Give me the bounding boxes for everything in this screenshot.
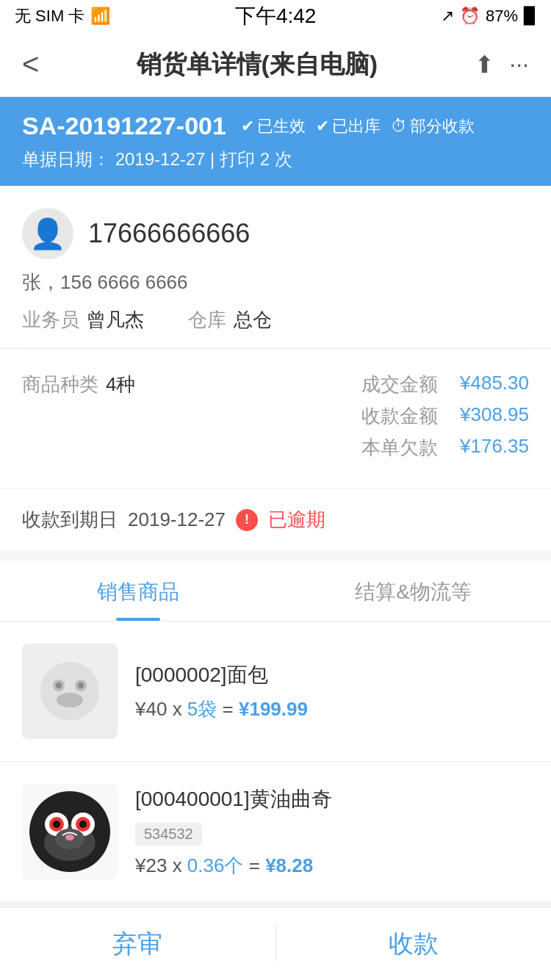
wifi-icon: 📶 (90, 7, 110, 26)
svg-point-4 (78, 682, 84, 688)
transaction-row: 成交金额 ¥485.30 (361, 372, 529, 397)
confirm-button[interactable]: 收款 (276, 907, 552, 980)
product-info-1: [0000002]面包 ¥40 x 5袋 = ¥199.99 (135, 661, 529, 722)
status-time: 下午4:42 (235, 2, 317, 30)
product-tag-2: 534532 (135, 823, 202, 846)
nav-icons: ⬆ ··· (475, 51, 529, 79)
product-name-1: [0000002]面包 (135, 661, 529, 689)
received-amount: ¥308.95 (460, 403, 529, 429)
customer-name: 张，156 6666 6666 (22, 270, 529, 295)
product-qty-1: 5袋 (187, 698, 217, 720)
clock-icon: ⏱ (391, 117, 407, 136)
check-icon-2: ✔ (316, 117, 329, 136)
due-label: 收款到期日 (22, 507, 118, 533)
customer-meta: 业务员 曾凡杰 仓库 总仓 (22, 307, 529, 333)
status-left: 无 SIM 卡 📶 (15, 5, 110, 27)
back-button[interactable]: < (22, 48, 39, 81)
date-value: 2019-12-27 (115, 149, 206, 169)
warehouse-label: 仓库 (188, 307, 226, 333)
due-section: 收款到期日 2019-12-27 ! 已逾期 (0, 489, 551, 550)
due-date: 2019-12-27 (128, 508, 226, 531)
svg-point-3 (56, 682, 62, 688)
badge-partial: ⏱ 部分收款 (391, 115, 475, 137)
nav-bar: < 销货单详情(来自电脑) ⬆ ··· (0, 32, 551, 97)
status-bar: 无 SIM 卡 📶 下午4:42 ↗ ⏰ 87% ▉ (0, 0, 551, 32)
warehouse-meta: 仓库 总仓 (188, 307, 272, 333)
svg-point-0 (40, 662, 99, 721)
tab-settlement[interactable]: 结算&物流等 (276, 561, 551, 621)
summary-types: 商品种类 4种 (22, 372, 135, 397)
product-name-2: [000400001]黄油曲奇 (135, 785, 529, 813)
page-title: 销货单详情(来自电脑) (137, 48, 378, 82)
sim-status: 无 SIM 卡 (15, 5, 84, 27)
types-count: 4种 (106, 372, 135, 397)
svg-point-12 (53, 821, 60, 828)
banner-date: 单据日期： 2019-12-27 | 打印 2 次 (22, 148, 529, 171)
owed-amount: ¥176.35 (460, 435, 529, 461)
owl-svg (26, 788, 114, 876)
location-icon: ↗ (441, 7, 454, 26)
product-price-2: ¥23 x 0.36个 = ¥8.28 (135, 853, 529, 879)
bottom-bar: 弃审 收款 (0, 907, 551, 980)
overdue-icon: ! (236, 509, 258, 531)
cancel-button[interactable]: 弃审 (0, 907, 276, 980)
badge-shipped: ✔ 已出库 (316, 115, 381, 137)
customer-phone: 17666666666 (88, 218, 250, 249)
types-label: 商品种类 (22, 372, 98, 397)
product-info-2: [000400001]黄油曲奇 534532 ¥23 x 0.36个 = ¥8.… (135, 785, 529, 879)
banner-badges: ✔ 已生效 ✔ 已出库 ⏱ 部分收款 (241, 115, 475, 137)
list-item: [000400001]黄油曲奇 534532 ¥23 x 0.36个 = ¥8.… (0, 762, 551, 902)
overdue-text: 已逾期 (268, 507, 325, 533)
svg-point-15 (65, 835, 74, 840)
order-id: SA-20191227-001 (22, 112, 226, 140)
product-total-1: ¥199.99 (239, 698, 308, 720)
product-image-owl (22, 784, 118, 879)
customer-section: 👤 17666666666 张，156 6666 6666 业务员 曾凡杰 仓库… (0, 186, 551, 347)
product-price-1: ¥40 x 5袋 = ¥199.99 (135, 696, 529, 722)
battery-status: 87% (486, 7, 518, 26)
tab-products[interactable]: 销售商品 (0, 561, 276, 621)
list-item: [0000002]面包 ¥40 x 5袋 = ¥199.99 (0, 621, 551, 762)
product-total-2: ¥8.28 (265, 854, 313, 876)
product-image-bread (22, 644, 118, 739)
product-qty-2: 0.36个 (187, 854, 244, 876)
salesperson-label: 业务员 (22, 307, 79, 333)
owed-row: 本单欠款 ¥176.35 (361, 435, 529, 461)
summary-left: 商品种类 4种 (22, 372, 135, 397)
avatar: 👤 (22, 208, 73, 259)
more-icon[interactable]: ··· (509, 51, 529, 78)
owed-label: 本单欠款 (361, 435, 438, 461)
transaction-label: 成交金额 (361, 372, 438, 397)
date-label: 单据日期： (22, 149, 110, 169)
received-label: 收款金额 (361, 403, 438, 429)
header-banner: SA-20191227-001 ✔ 已生效 ✔ 已出库 ⏱ 部分收款 单据日期：… (0, 97, 551, 186)
print-info: | 打印 2 次 (210, 149, 292, 169)
svg-point-5 (57, 693, 83, 707)
bread-svg (33, 655, 107, 728)
battery-icon: ▉ (524, 7, 536, 26)
product-list: [0000002]面包 ¥40 x 5袋 = ¥199.99 (0, 621, 551, 902)
share-icon[interactable]: ⬆ (475, 51, 494, 79)
alarm-icon: ⏰ (460, 7, 480, 26)
check-icon-1: ✔ (241, 117, 254, 136)
warehouse-value: 总仓 (234, 307, 272, 333)
received-row: 收款金额 ¥308.95 (361, 403, 529, 429)
banner-top: SA-20191227-001 ✔ 已生效 ✔ 已出库 ⏱ 部分收款 (22, 112, 529, 140)
badge-effective: ✔ 已生效 (241, 115, 306, 137)
salesperson-meta: 业务员 曾凡杰 (22, 307, 144, 333)
svg-point-13 (79, 821, 87, 828)
transaction-amount: ¥485.30 (460, 372, 529, 397)
tab-bar: 销售商品 结算&物流等 (0, 561, 551, 621)
status-right: ↗ ⏰ 87% ▉ (441, 7, 536, 26)
user-icon: 👤 (29, 217, 66, 251)
summary-section: 商品种类 4种 成交金额 ¥485.30 收款金额 ¥308.95 本单欠款 ¥… (0, 350, 551, 489)
summary-right: 成交金额 ¥485.30 收款金额 ¥308.95 本单欠款 ¥176.35 (361, 372, 529, 466)
customer-row: 👤 17666666666 (22, 208, 529, 259)
salesperson-value: 曾凡杰 (87, 307, 144, 333)
